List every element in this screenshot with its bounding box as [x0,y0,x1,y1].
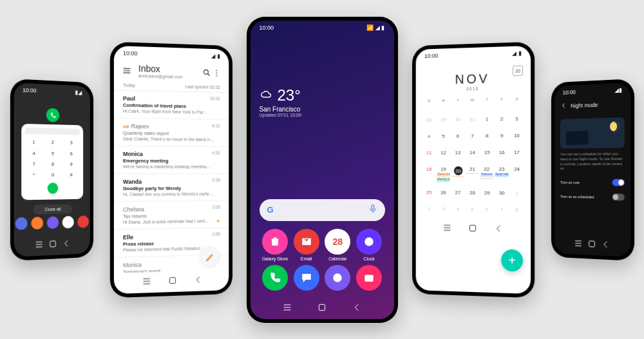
nav-recents-icon[interactable] [141,276,151,289]
compose-button[interactable] [199,246,220,268]
nav-back-icon[interactable] [600,239,610,252]
close-all-button[interactable]: Close all [32,204,72,214]
toggle-switch[interactable] [612,193,624,200]
more-icon[interactable] [211,67,221,77]
calendar-day[interactable]: 11 [422,146,436,162]
today-button[interactable]: 20 [513,65,523,75]
calendar-day[interactable]: 2 [494,111,509,128]
nav-home-icon[interactable] [467,222,477,235]
calendar-day[interactable]: 15 [479,146,494,162]
back-icon[interactable] [560,100,567,111]
calendar-day[interactable]: 14 [465,146,480,162]
mic-icon[interactable] [368,204,377,216]
quick-app-icon[interactable] [77,215,89,228]
calendar-day[interactable]: 30 [494,186,509,202]
svg-point-9 [368,276,371,280]
calendar-day[interactable]: 20 [451,162,465,186]
search-icon[interactable] [202,67,211,77]
mail-item[interactable]: Wanda Goodbye party for Wendy Hi, Clarke… [113,173,228,201]
nav-home-icon[interactable] [317,302,327,315]
calendar-day[interactable]: 7 [465,129,480,146]
calendar-day[interactable]: 29 [479,186,494,202]
calendar-day[interactable]: 18 [422,162,436,186]
app-label: Calendar [328,257,346,261]
calendar-day[interactable]: 8 [479,129,494,146]
calendar-day[interactable]: 16 [494,145,509,162]
calendar-day[interactable]: 10 [509,128,524,145]
mail-item[interactable]: Monica Emergency meeting We're having a … [113,146,228,173]
nav-recents-icon[interactable] [573,238,583,251]
calendar-day[interactable]: 5 [436,130,450,146]
nav-back-icon[interactable] [493,223,503,236]
app-icon-phone[interactable] [260,265,290,291]
mail-from: Rajeev [122,122,220,130]
nav-back-icon[interactable] [61,238,71,251]
calendar-day[interactable]: 4 [450,202,465,219]
recent-app-card[interactable]: 1 2 3 4 5 6 7 8 9 * 0 # [21,123,82,199]
app-icon-email[interactable]: Email [292,229,321,261]
quick-app-icon[interactable] [31,217,43,229]
mail-item[interactable]: Rajeev Quarterly sales report Dear Charl… [113,118,228,146]
app-icon-calendar[interactable]: 28Calendar [323,229,352,261]
description-text: You can set a schedule for when you want… [560,151,625,171]
menu-icon[interactable] [121,64,131,75]
setting-row[interactable]: Turn on as scheduled [560,189,625,204]
nav-back-icon[interactable] [352,302,362,315]
nav-home-icon[interactable] [587,238,596,251]
nav-recents-icon[interactable] [282,302,292,315]
app-icon-clock[interactable]: Clock [354,229,384,261]
quick-app-icon[interactable] [46,216,58,229]
calendar-day[interactable]: 24 [509,162,524,186]
calendar-day[interactable]: 31 [465,112,480,129]
calendar-day[interactable]: 21 [465,162,479,186]
mail-time: 2:00 [212,231,220,236]
nav-home-icon[interactable] [167,275,177,288]
nav-recents-icon[interactable] [442,222,451,235]
calendar-day[interactable]: 25 [422,186,436,202]
calendar-day[interactable]: 22Veterans [479,162,493,186]
recent-app-icon[interactable] [46,108,59,122]
quick-app-icon[interactable] [15,217,27,229]
app-icon-browser[interactable] [323,265,352,291]
day-header: S [422,97,436,113]
add-event-button[interactable]: + [501,249,523,271]
calendar-day[interactable]: 30 [450,113,465,130]
calendar-day[interactable]: 1 [479,112,494,129]
calendar-day[interactable]: 5 [465,202,480,219]
svg-point-4 [216,75,217,76]
mail-item[interactable]: Chelsea Tax returns Hi Diana. Just a qui… [113,200,228,229]
calendar-day[interactable]: 28 [422,113,436,130]
calendar-day[interactable]: 6 [450,129,465,146]
calendar-day[interactable]: 29 [436,113,450,130]
calendar-day[interactable]: 26 [436,186,450,202]
calendar-day[interactable]: 12 [436,146,450,162]
calendar-day[interactable]: 6 [479,202,494,219]
setting-row[interactable]: Turn on now [560,175,625,189]
google-search-bar[interactable]: G [260,199,385,221]
quick-app-icon[interactable] [62,215,73,228]
app-icon-galaxy-store[interactable]: Galaxy Store [260,229,290,261]
calendar-day[interactable]: 13 [450,146,465,162]
calendar-day[interactable]: 27 [450,186,465,202]
app-icon-camera[interactable] [354,265,384,291]
calendar-day[interactable]: 8 [509,202,524,219]
app-icon-chat[interactable] [292,265,321,291]
calendar-day[interactable]: 1 [509,186,524,202]
calendar-day[interactable]: 3 [436,202,450,218]
weather-widget[interactable]: 23° San Francisco Updated 07/11 10:09 [260,86,385,117]
nav-home-icon[interactable] [48,238,57,251]
calendar-day[interactable]: 3 [509,111,524,128]
nav-recents-icon[interactable] [34,239,44,252]
calendar-day[interactable]: 7 [494,202,509,219]
calendar-day[interactable]: 4 [422,130,436,146]
calendar-day[interactable]: 17 [509,145,524,162]
calendar-day[interactable]: 23Seoul visit [494,162,509,186]
calendar-day[interactable]: 2 [422,202,436,218]
mail-item[interactable]: Paul Confirmation of travel plans Hi Cla… [113,90,228,120]
star-icon[interactable]: ★ [216,218,220,224]
calendar-day[interactable]: 28 [465,186,480,202]
calendar-day[interactable]: 9 [494,128,509,145]
toggle-switch[interactable] [612,179,624,186]
calendar-day[interactable]: 19Seoul visiMeeting w [435,162,451,186]
nav-back-icon[interactable] [193,274,202,287]
